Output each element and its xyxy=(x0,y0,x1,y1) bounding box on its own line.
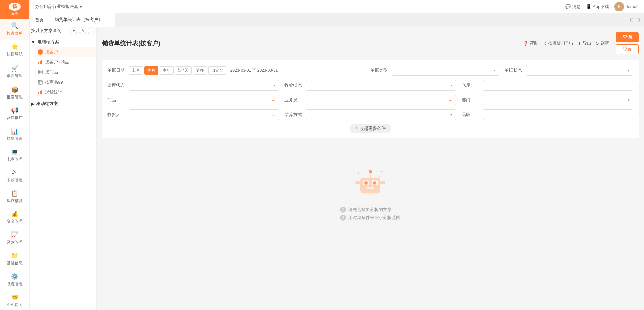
print-dropdown-icon: ▾ xyxy=(571,41,574,46)
refresh-btn[interactable]: ↻ 刷新 xyxy=(595,40,609,46)
department-control[interactable]: ▾ xyxy=(483,95,633,105)
print-icon: 🖨 xyxy=(542,41,547,46)
tab-sales-stat[interactable]: 销货单统计表（按客户） ✕ xyxy=(49,13,115,27)
help-btn[interactable]: ❓ 帮助 xyxy=(523,40,538,46)
sidebar-item-basic[interactable]: 📁 基础信息 xyxy=(0,249,29,269)
sidebar-item-ecommerce[interactable]: 💻 电商管理 xyxy=(0,145,29,166)
chevron-down-icon3: ▾ xyxy=(273,83,275,88)
date-btn-last-month[interactable]: 上月 xyxy=(129,66,143,75)
chevron-down-icon6: ▾ xyxy=(450,113,452,117)
scheme-collapse-btn[interactable]: « xyxy=(88,27,95,34)
scheme-add-btn[interactable]: + xyxy=(70,27,77,34)
scheme-group-desktop-header[interactable]: ▼ 电脑端方案 xyxy=(30,37,96,47)
chevron-down-icon5: ▾ xyxy=(628,98,630,102)
filter-row-2: 出库状态 ▾ 收款状态 ▾ 仓库 xyxy=(107,80,633,91)
phone-icon: 📱 xyxy=(586,4,591,9)
sidebar-item-enterprise[interactable]: 🤝 企业协同 xyxy=(0,290,29,310)
top-bar-right: 💬 消息 📱 App下载 E demo2 xyxy=(565,2,639,11)
industry-selector[interactable]: 办公用品行业模拟账套 ▾ xyxy=(35,4,82,10)
sidebar-item-search-menu[interactable]: 🔍 搜索菜单 xyxy=(0,19,29,40)
print-btn[interactable]: 🖨 按模板打印 ▾ xyxy=(542,40,574,46)
sidebar-item-quick-nav[interactable]: ⭐ 快捷导航 xyxy=(0,40,29,60)
scheme-item-by-goods-99[interactable]: 按商品99 xyxy=(35,77,96,87)
goods-label: 商品 xyxy=(107,97,126,103)
order-type-control[interactable]: ▾ xyxy=(392,65,499,76)
scheme-item-return-stat[interactable]: 退货统计 xyxy=(35,87,96,97)
basic-icon: 📁 xyxy=(11,252,18,259)
filter-row-3: 商品 ··· 业务员 ··· 部门 xyxy=(107,95,633,105)
main-content: 销货单统计表(按客户) ❓ 帮助 🖨 按模板打印 ▾ ⬇ 导出 xyxy=(97,27,644,310)
operations-icon: 📈 xyxy=(11,231,18,239)
sidebar-item-wholesale[interactable]: 📦 批发管理 xyxy=(0,83,29,103)
sidebar-item-marketing[interactable]: 📢 营销推广 xyxy=(0,103,29,124)
scheme-item-icon-table xyxy=(38,69,43,75)
salesperson-control[interactable]: ··· xyxy=(306,95,456,105)
sales-icon: 📊 xyxy=(11,127,18,135)
sidebar-item-retail[interactable]: 🛒 零售管理 xyxy=(0,62,29,83)
payment-control[interactable]: ▾ xyxy=(306,80,456,91)
scheme-item-by-customer-goods[interactable]: 按客户+商品 xyxy=(35,57,96,67)
recipient-control[interactable]: ··· xyxy=(129,109,279,120)
dropdown-icon: ▾ xyxy=(80,4,82,9)
warehouse-dots: ··· xyxy=(626,83,630,88)
scheme-item-by-goods[interactable]: 按商品 xyxy=(35,67,96,77)
app-download-btn[interactable]: 📱 App下载 xyxy=(586,4,609,10)
sidebar-item-purchase[interactable]: 🛍 采购管理 xyxy=(0,166,29,186)
sidebar-item-label: 库存核算 xyxy=(7,198,23,204)
maximize-icon[interactable]: ⊞ xyxy=(636,17,640,22)
delivery-label: 出库状态 xyxy=(107,82,126,88)
date-btn-custom[interactable]: 自定义 xyxy=(208,66,226,75)
delivery-control[interactable]: ▾ xyxy=(129,80,279,91)
help-icon: ❓ xyxy=(523,41,528,46)
svg-rect-20 xyxy=(366,187,374,189)
scheme-group-mobile-header[interactable]: ▶ 移动端方案 xyxy=(30,99,96,109)
svg-point-19 xyxy=(373,181,376,185)
refresh-icon: ↻ xyxy=(595,41,599,46)
svg-rect-3 xyxy=(38,70,42,74)
settings-button[interactable]: 设置 xyxy=(616,44,639,54)
tip-text-1: 请先选择要分析的方案 xyxy=(348,207,392,213)
scheme-edit-btn[interactable]: ✎ xyxy=(79,27,86,34)
date-btn-7days[interactable]: 近7天 xyxy=(175,66,192,75)
sidebar-item-label: 经营管理 xyxy=(7,240,23,245)
goods-dots: ··· xyxy=(272,98,275,103)
sidebar-item-inventory[interactable]: 📋 库存核算 xyxy=(0,186,29,207)
settlement-label: 结算方式 xyxy=(284,112,303,118)
sidebar-item-label: 基础信息 xyxy=(7,260,23,266)
settlement-control[interactable]: ▾ xyxy=(306,109,456,120)
brand-control[interactable]: ··· xyxy=(483,109,633,120)
date-btn-more[interactable]: 更多 xyxy=(193,66,207,75)
sidebar-item-finance[interactable]: 💰 资金管理 xyxy=(0,207,29,228)
filter-payment: 收款状态 ▾ xyxy=(284,80,456,91)
sidebar-item-system[interactable]: ⚙️ 系统管理 xyxy=(0,269,29,290)
svg-rect-15 xyxy=(360,178,380,193)
sidebar-item-label: 电商管理 xyxy=(7,157,23,162)
order-status-control[interactable]: ▾ xyxy=(526,65,633,76)
empty-tips: ① 请先选择要分析的方案 ② 用过滤条件来缩小分析范围 xyxy=(340,207,400,223)
date-btn-this-month[interactable]: 本月 xyxy=(144,66,158,75)
scheme-item-icon-chart2 xyxy=(38,90,43,95)
sidebar-item-operations[interactable]: 📈 经营管理 xyxy=(0,228,29,249)
date-btn-this-year[interactable]: 本年 xyxy=(160,66,174,75)
sidebar-item-label: 零售管理 xyxy=(7,73,23,79)
scheme-item-by-customer[interactable]: 按客户 xyxy=(35,47,96,57)
inventory-icon: 📋 xyxy=(11,190,18,197)
tab-home[interactable]: 首页 xyxy=(30,13,49,27)
brand-label: 品牌 xyxy=(462,112,480,118)
goods-control[interactable]: ··· xyxy=(129,95,279,105)
triangle-icon-right: ▶ xyxy=(31,101,34,106)
maximize-controls: ⊟ ⊞ xyxy=(626,17,644,22)
message-btn[interactable]: 💬 消息 xyxy=(565,4,581,10)
user-menu[interactable]: E demo2 xyxy=(614,2,639,11)
filter-brand: 品牌 ··· xyxy=(462,109,633,120)
warehouse-control[interactable]: ··· xyxy=(483,80,633,91)
order-status-label: 单据状态 xyxy=(504,67,523,73)
export-btn[interactable]: ⬇ 导出 xyxy=(578,40,591,46)
empty-icon: ✦ ✦ ✦ xyxy=(350,161,390,201)
collapse-button[interactable]: ∧ 收起更多条件 xyxy=(350,124,391,133)
sidebar-item-sales[interactable]: 📊 销售管理 xyxy=(0,124,29,145)
filter-panel: 单据日期 上月 本月 本年 近7天 更多 自定义 2023-03-01 至 20… xyxy=(102,60,639,138)
minimize-icon[interactable]: ⊟ xyxy=(630,17,634,22)
query-button[interactable]: 查询 xyxy=(616,32,639,42)
tab-close-btn[interactable]: ✕ xyxy=(106,17,109,22)
